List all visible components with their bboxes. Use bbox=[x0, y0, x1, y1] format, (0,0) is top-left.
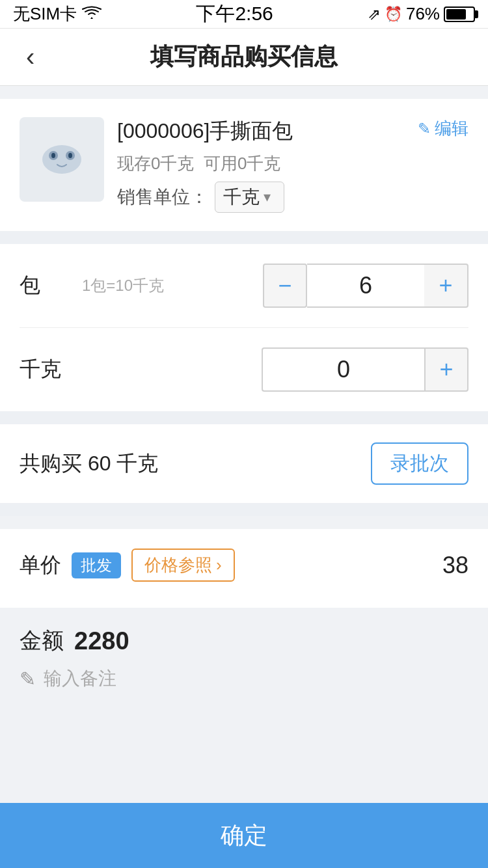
kg-label: 千克 bbox=[20, 355, 72, 384]
back-button[interactable]: ‹ bbox=[20, 36, 41, 78]
amount-value: 2280 bbox=[74, 627, 129, 655]
product-unit-row: 销售单位： 千克 ▾ bbox=[117, 182, 468, 213]
product-name: [0000006]手撕面包 bbox=[117, 117, 468, 146]
summary-section: 共购买 60 千克 录批次 bbox=[0, 424, 488, 503]
product-logo-icon bbox=[39, 137, 85, 182]
amount-row: 金额 2280 bbox=[20, 626, 468, 656]
svg-point-3 bbox=[51, 153, 55, 158]
status-time: 下午2:56 bbox=[196, 1, 273, 27]
wifi-icon bbox=[82, 4, 102, 24]
kg-increment-button[interactable]: + bbox=[424, 347, 468, 392]
price-type-tag: 批发 bbox=[72, 552, 121, 578]
product-card: [0000006]手撕面包 现存0千克 可用0千克 销售单位： 千克 ▾ ✎ 编… bbox=[0, 99, 488, 231]
price-section: 单价 批发 价格参照 › 38 bbox=[0, 529, 488, 608]
amount-section: 金额 2280 ✎ 输入备注 bbox=[0, 608, 488, 709]
bao-quantity-input[interactable] bbox=[307, 264, 424, 308]
note-row[interactable]: ✎ 输入备注 bbox=[20, 666, 468, 691]
status-bar: 无SIM卡 下午2:56 ⇗ ⏰ 76% bbox=[0, 0, 488, 29]
summary-text: 共购买 60 千克 bbox=[20, 450, 158, 478]
note-placeholder: 输入备注 bbox=[44, 666, 116, 691]
battery-icon bbox=[444, 7, 475, 22]
price-value: 38 bbox=[442, 552, 468, 579]
page-title: 填写商品购买信息 bbox=[150, 41, 338, 73]
status-carrier: 无SIM卡 bbox=[13, 3, 102, 25]
nav-bar: ‹ 填写商品购买信息 bbox=[0, 29, 488, 86]
chevron-right-icon: › bbox=[216, 555, 222, 575]
kg-quantity-input[interactable] bbox=[262, 347, 424, 392]
bao-label: 包 bbox=[20, 271, 72, 300]
edit-icon: ✎ bbox=[418, 120, 431, 138]
product-image bbox=[20, 117, 104, 202]
battery-percentage: 76% bbox=[406, 4, 440, 24]
product-stock: 现存0千克 可用0千克 bbox=[117, 152, 468, 175]
bao-increment-button[interactable]: + bbox=[424, 264, 468, 308]
price-ref-button[interactable]: 价格参照 › bbox=[131, 549, 235, 582]
bao-quantity-control: − + bbox=[263, 264, 468, 308]
bao-input-row: 包 1包=10千克 − + bbox=[20, 244, 468, 328]
alarm-icon: ⏰ bbox=[385, 6, 402, 23]
bao-decrement-button[interactable]: − bbox=[263, 264, 307, 308]
amount-label: 金额 bbox=[20, 626, 64, 656]
location-icon: ⇗ bbox=[368, 5, 381, 23]
divider-3 bbox=[0, 503, 488, 516]
status-indicators: ⇗ ⏰ 76% bbox=[368, 4, 475, 24]
note-icon: ✎ bbox=[20, 668, 36, 690]
batch-button[interactable]: 录批次 bbox=[371, 442, 468, 485]
edit-button[interactable]: ✎ 编辑 bbox=[418, 117, 468, 140]
carrier-text: 无SIM卡 bbox=[13, 3, 77, 25]
bao-hint: 1包=10千克 bbox=[82, 275, 263, 296]
kg-input-row: 千克 + bbox=[20, 328, 468, 411]
confirm-button[interactable]: 确定 bbox=[0, 803, 488, 868]
price-row: 单价 批发 价格参照 › 38 bbox=[20, 549, 468, 582]
unit-selector[interactable]: 千克 ▾ bbox=[215, 182, 284, 213]
input-section: 包 1包=10千克 − + 千克 + bbox=[0, 244, 488, 411]
kg-quantity-control: + bbox=[262, 347, 468, 392]
chevron-down-icon: ▾ bbox=[264, 189, 271, 206]
product-info: [0000006]手撕面包 现存0千克 可用0千克 销售单位： 千克 ▾ bbox=[117, 117, 468, 213]
svg-point-4 bbox=[68, 153, 72, 158]
divider-2 bbox=[0, 411, 488, 424]
svg-point-0 bbox=[42, 145, 81, 174]
price-label: 单价 bbox=[20, 551, 61, 580]
divider-1 bbox=[0, 231, 488, 244]
